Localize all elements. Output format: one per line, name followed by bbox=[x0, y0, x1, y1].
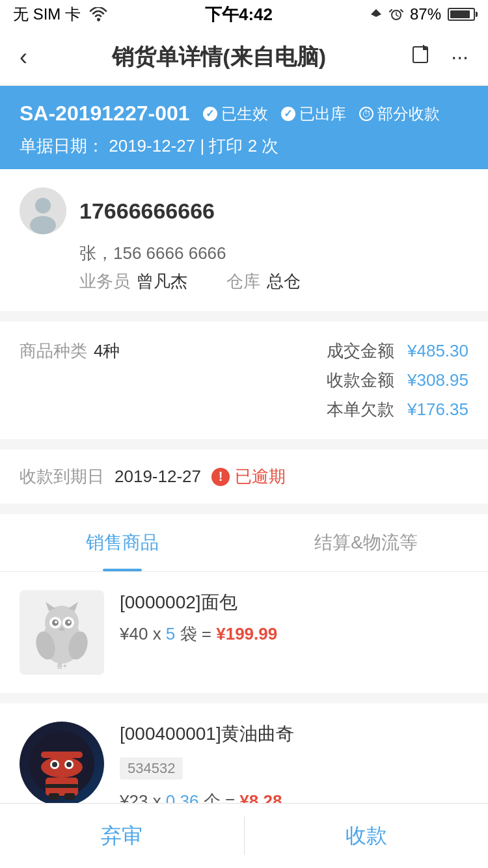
alarm-icon bbox=[389, 7, 403, 21]
status-partial-label: 部分收款 bbox=[377, 103, 440, 124]
battery-icon bbox=[448, 8, 475, 21]
svg-rect-30 bbox=[49, 793, 59, 800]
confirm-button[interactable]: 收款 bbox=[245, 804, 489, 868]
warehouse-label: 仓库 bbox=[226, 270, 260, 293]
svg-point-4 bbox=[35, 198, 51, 213]
svg-rect-31 bbox=[64, 793, 75, 800]
warehouse-item: 仓库 总仓 bbox=[226, 270, 301, 293]
svg-point-5 bbox=[30, 216, 56, 234]
tab-settlement-label: 结算&物流等 bbox=[314, 530, 418, 555]
product-types-label: 商品种类 bbox=[20, 340, 87, 362]
svg-point-25 bbox=[52, 762, 57, 767]
product-name-2: [000400001]黄油曲奇 bbox=[120, 722, 468, 746]
tab-settlement[interactable]: 结算&物流等 bbox=[244, 514, 488, 571]
customer-phone: 17666666666 bbox=[79, 198, 215, 224]
warehouse-value: 总仓 bbox=[267, 270, 301, 293]
salesperson-item: 业务员 曾凡杰 bbox=[79, 270, 187, 293]
check-icon-1: ✓ bbox=[203, 107, 217, 121]
overdue-icon: ! bbox=[211, 468, 230, 486]
customer-name-phone: 张，156 6666 6666 bbox=[79, 242, 468, 265]
svg-rect-29 bbox=[46, 784, 78, 788]
clock-icon: ⏱ bbox=[359, 107, 373, 121]
check-icon-2: ✓ bbox=[281, 107, 295, 121]
status-shipped-label: 已出库 bbox=[299, 103, 346, 124]
status-bar-left: 无 SIM 卡 bbox=[13, 4, 108, 25]
status-bar-time: 下午4:42 bbox=[205, 3, 273, 26]
product-thumb-ninja bbox=[26, 728, 98, 800]
wifi-icon bbox=[88, 7, 108, 21]
nav-bar: ‹ 销货单详情(来自电脑) ··· bbox=[0, 29, 488, 86]
multiply-sign-1: x bbox=[153, 624, 166, 644]
svg-text:兽+: 兽+ bbox=[57, 662, 67, 670]
confirm-label: 收款 bbox=[346, 822, 387, 850]
tab-active-indicator bbox=[103, 569, 142, 571]
more-button[interactable]: ··· bbox=[451, 45, 468, 69]
svg-point-22 bbox=[41, 757, 83, 778]
due-date-section: 收款到期日 2019-12-27 ! 已逾期 bbox=[0, 450, 488, 504]
share-button[interactable] bbox=[411, 44, 431, 70]
received-amount: ¥308.95 bbox=[407, 370, 468, 390]
product-name-1: [0000002]面包 bbox=[120, 590, 468, 615]
unit-1: 袋 bbox=[180, 624, 197, 644]
location-icon bbox=[370, 8, 383, 21]
transaction-label: 成交金额 bbox=[327, 340, 394, 362]
owed-label: 本单欠款 bbox=[327, 398, 394, 421]
battery-percent: 87% bbox=[410, 5, 441, 23]
due-date-value: 2019-12-27 bbox=[115, 467, 201, 487]
product-info-2: [000400001]黄油曲奇 534532 ¥23 x 0.36 个 = ¥8… bbox=[120, 722, 468, 813]
order-header-banner: SA-20191227-001 ✓ 已生效 ✓ 已出库 ⏱ 部分收款 单据日期：… bbox=[0, 86, 488, 169]
table-row: 兽+ [0000002]面包 ¥40 x 5 袋 = ¥199.99 bbox=[0, 572, 488, 693]
summary-right: 成交金额 ¥485.30 收款金额 ¥308.95 本单欠款 ¥176.35 bbox=[327, 340, 468, 421]
cancel-label: 弃审 bbox=[101, 822, 142, 850]
cancel-button[interactable]: 弃审 bbox=[0, 804, 244, 868]
product-thumbnail-2 bbox=[20, 722, 104, 806]
tab-products-label: 销售商品 bbox=[86, 530, 159, 555]
order-id: SA-20191227-001 bbox=[20, 102, 190, 126]
product-thumb-owl: 兽+ bbox=[20, 590, 104, 675]
bottom-bar: 弃审 收款 bbox=[0, 803, 488, 868]
status-effective-label: 已生效 bbox=[221, 103, 268, 124]
order-date-row: 单据日期： 2019-12-27 | 打印 2 次 bbox=[20, 135, 468, 157]
back-button[interactable]: ‹ bbox=[20, 44, 27, 71]
status-shipped: ✓ 已出库 bbox=[281, 103, 346, 124]
overdue-label: 已逾期 bbox=[235, 465, 286, 488]
transaction-amount: ¥485.30 bbox=[407, 341, 468, 361]
nav-actions: ··· bbox=[411, 44, 468, 70]
overdue-badge: ! 已逾期 bbox=[211, 465, 286, 488]
product-info-1: [0000002]面包 ¥40 x 5 袋 = ¥199.99 bbox=[120, 590, 468, 645]
status-partial: ⏱ 部分收款 bbox=[359, 103, 440, 124]
unit-price-1: ¥40 bbox=[120, 624, 148, 644]
tabs-row: 销售商品 结算&物流等 bbox=[0, 514, 488, 571]
total-1: ¥199.99 bbox=[216, 624, 277, 644]
due-label: 收款到期日 bbox=[20, 465, 104, 488]
customer-meta: 业务员 曾凡杰 仓库 总仓 bbox=[79, 270, 468, 293]
avatar bbox=[20, 187, 66, 234]
product-sku: 534532 bbox=[120, 757, 183, 780]
print-info: | 打印 2 次 bbox=[200, 136, 278, 156]
carrier-text: 无 SIM 卡 bbox=[13, 4, 81, 25]
svg-point-15 bbox=[55, 621, 57, 623]
svg-rect-27 bbox=[41, 752, 83, 758]
date-label: 单据日期： bbox=[20, 136, 104, 156]
salesperson-value: 曾凡杰 bbox=[137, 270, 187, 293]
received-label: 收款金额 bbox=[327, 369, 394, 392]
summary-section: 商品种类 4种 成交金额 ¥485.30 收款金额 ¥308.95 本单欠款 ¥… bbox=[0, 321, 488, 439]
product-types-row: 商品种类 4种 bbox=[20, 340, 120, 362]
product-sku-wrapper: 534532 bbox=[120, 757, 468, 780]
svg-point-26 bbox=[66, 762, 72, 767]
page-title: 销货单详情(来自电脑) bbox=[112, 42, 326, 72]
qty-1: 5 bbox=[166, 624, 175, 644]
owed-row: 本单欠款 ¥176.35 bbox=[327, 398, 468, 421]
customer-section: 17666666666 张，156 6666 6666 业务员 曾凡杰 仓库 总… bbox=[0, 169, 488, 311]
svg-point-0 bbox=[97, 18, 100, 21]
status-bar-right: 87% bbox=[370, 5, 475, 23]
svg-point-16 bbox=[68, 621, 70, 623]
summary-left: 商品种类 4种 bbox=[20, 340, 120, 362]
received-row: 收款金额 ¥308.95 bbox=[327, 369, 468, 392]
tabs-section: 销售商品 结算&物流等 bbox=[0, 514, 488, 572]
equals-1: = bbox=[202, 624, 216, 644]
owed-amount: ¥176.35 bbox=[407, 400, 468, 420]
tab-products[interactable]: 销售商品 bbox=[0, 514, 244, 571]
product-thumbnail-1: 兽+ bbox=[20, 590, 104, 675]
transaction-row: 成交金额 ¥485.30 bbox=[327, 340, 468, 362]
